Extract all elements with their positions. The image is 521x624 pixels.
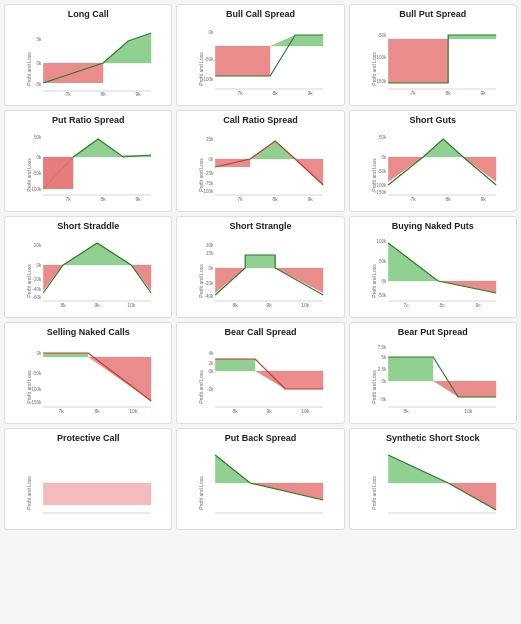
card-bull-put-spread: Bull Put Spread Profit and Loss 7k 8k 9k… xyxy=(349,4,517,106)
card-bear-put-spread: Bear Put Spread Profit and Loss 8k 10k 7… xyxy=(349,322,517,424)
svg-text:-150k: -150k xyxy=(30,400,42,405)
svg-text:0k: 0k xyxy=(209,369,215,374)
card-bull-call-spread: Bull Call Spread Profit and Loss 7k 8k 9… xyxy=(176,4,344,106)
svg-text:0k: 0k xyxy=(36,351,42,356)
svg-text:Profit and Loss: Profit and Loss xyxy=(198,158,204,192)
chart-selling-naked-calls: Profit and Loss 7k 8k 10k 0k -50k -100k … xyxy=(9,339,167,419)
card-call-ratio-spread: Call Ratio Spread Profit and Loss 7k 8k … xyxy=(176,110,344,212)
svg-text:8k: 8k xyxy=(101,196,107,202)
svg-text:7k: 7k xyxy=(410,196,416,202)
svg-text:10k: 10k xyxy=(464,408,473,414)
svg-text:Profit and Loss: Profit and Loss xyxy=(26,264,32,298)
svg-text:7k: 7k xyxy=(59,408,65,414)
card-bear-call-spread: Bear Call Spread Profit and Loss 8k 9k 1… xyxy=(176,322,344,424)
svg-text:-100k: -100k xyxy=(30,387,42,392)
svg-text:9k: 9k xyxy=(308,196,314,202)
svg-text:-50k: -50k xyxy=(32,171,42,176)
chart-long-call: Profit and Loss 7k 8k 9k 5k 0k -5k xyxy=(9,21,167,101)
title-buying-naked-puts: Buying Naked Puts xyxy=(392,221,474,231)
svg-marker-14 xyxy=(215,46,270,76)
svg-text:2k: 2k xyxy=(209,361,215,366)
title-selling-naked-calls: Selling Naked Calls xyxy=(47,327,130,337)
svg-text:8k: 8k xyxy=(445,90,451,96)
svg-text:-50k: -50k xyxy=(377,293,387,298)
svg-text:9k: 9k xyxy=(480,90,486,96)
svg-text:7k: 7k xyxy=(66,91,72,97)
card-long-call: Long Call Profit and Loss 7k 8k 9k 5k xyxy=(4,4,172,106)
svg-text:4k: 4k xyxy=(209,351,215,356)
chart-synthetic-short-stock: Profit and Loss xyxy=(354,445,512,525)
svg-text:Profit and Loss: Profit and Loss xyxy=(198,264,204,298)
title-put-ratio-spread: Put Ratio Spread xyxy=(52,115,125,125)
svg-text:0k: 0k xyxy=(36,155,42,160)
svg-text:8k: 8k xyxy=(445,196,451,202)
svg-text:10k: 10k xyxy=(301,408,310,414)
svg-marker-25 xyxy=(388,39,448,83)
svg-text:-40k: -40k xyxy=(32,287,42,292)
svg-text:8k: 8k xyxy=(95,408,101,414)
svg-text:50k: 50k xyxy=(379,135,387,140)
title-protective-call: Protective Call xyxy=(57,433,120,443)
svg-text:-150k: -150k xyxy=(375,79,387,84)
svg-marker-145 xyxy=(433,381,496,397)
chart-short-straddle: Profit and Loss 8k 9k 10k 20k 0k -20k -4… xyxy=(9,233,167,313)
svg-text:-50k: -50k xyxy=(377,33,387,38)
svg-marker-51 xyxy=(250,141,295,159)
chart-buying-naked-puts: Profit and Loss 7c 8c 9c 100k 50k 0k -50… xyxy=(354,233,512,313)
svg-text:Profit and Loss: Profit and Loss xyxy=(371,264,377,298)
chart-short-guts: Profit and Loss 7k 8k 9k 50k 0k -50k -10… xyxy=(354,127,512,207)
svg-text:-5k: -5k xyxy=(380,397,387,402)
svg-text:8k: 8k xyxy=(61,302,67,308)
chart-grid: Long Call Profit and Loss 7k 8k 9k 5k xyxy=(0,0,521,534)
svg-text:2.5k: 2.5k xyxy=(377,367,386,372)
card-short-guts: Short Guts Profit and Loss 7k 8k 9k 50k … xyxy=(349,110,517,212)
title-long-call: Long Call xyxy=(68,9,109,19)
svg-text:9k: 9k xyxy=(136,91,142,97)
chart-bull-call-spread: Profit and Loss 7k 8k 9k 0k -50k -100k xyxy=(181,21,339,101)
svg-marker-118 xyxy=(43,353,88,357)
svg-text:9k: 9k xyxy=(308,90,314,96)
chart-bear-call-spread: Profit and Loss 8k 9k 10k 4k 2k 0k -2k xyxy=(181,339,339,419)
card-short-strangle: Short Strangle Profit and Loss 8k 9k 10k… xyxy=(176,216,344,318)
svg-text:Profit and Loss: Profit and Loss xyxy=(198,476,204,510)
svg-text:Profit and Loss: Profit and Loss xyxy=(26,476,32,510)
svg-text:0k: 0k xyxy=(381,379,387,384)
svg-text:8k: 8k xyxy=(101,91,107,97)
svg-text:-40k: -40k xyxy=(205,294,215,299)
svg-marker-78 xyxy=(63,243,131,265)
svg-text:Profit and Loss: Profit and Loss xyxy=(26,52,32,86)
svg-text:7k: 7k xyxy=(238,196,244,202)
svg-text:-2k: -2k xyxy=(207,387,214,392)
svg-text:10k: 10k xyxy=(301,302,310,308)
svg-marker-92 xyxy=(245,255,275,268)
svg-text:-75k: -75k xyxy=(205,181,215,186)
svg-text:8k: 8k xyxy=(233,302,239,308)
svg-text:-5k: -5k xyxy=(35,82,42,87)
svg-text:-100k: -100k xyxy=(375,183,387,188)
card-buying-naked-puts: Buying Naked Puts Profit and Loss 7c 8c … xyxy=(349,216,517,318)
svg-text:0k: 0k xyxy=(209,30,215,35)
svg-text:7k: 7k xyxy=(66,196,72,202)
svg-text:-100k: -100k xyxy=(30,187,42,192)
title-call-ratio-spread: Call Ratio Spread xyxy=(223,115,298,125)
card-selling-naked-calls: Selling Naked Calls Profit and Loss 7k 8… xyxy=(4,322,172,424)
svg-text:-100k: -100k xyxy=(202,189,214,194)
svg-marker-64 xyxy=(423,139,463,157)
svg-text:-50k: -50k xyxy=(205,57,215,62)
chart-put-ratio-spread: Profit and Loss 7k 8k 9k 50k 0k -50 xyxy=(9,127,167,207)
svg-text:-20k: -20k xyxy=(205,281,215,286)
svg-text:20k: 20k xyxy=(34,243,42,248)
chart-put-back-spread: Profit and Loss xyxy=(181,445,339,525)
title-bull-put-spread: Bull Put Spread xyxy=(399,9,466,19)
svg-text:Profit and Loss: Profit and Loss xyxy=(371,370,377,404)
title-short-strangle: Short Strangle xyxy=(229,221,291,231)
svg-text:Profit and Loss: Profit and Loss xyxy=(371,476,377,510)
svg-text:50k: 50k xyxy=(34,135,42,140)
svg-text:-50k: -50k xyxy=(377,169,387,174)
svg-text:0k: 0k xyxy=(36,263,42,268)
svg-text:-60k: -60k xyxy=(32,295,42,300)
card-protective-call: Protective Call Profit and Loss xyxy=(4,428,172,530)
svg-text:8k: 8k xyxy=(233,408,239,414)
chart-call-ratio-spread: Profit and Loss 7k 8k 9k 25k 0k -25k -75… xyxy=(181,127,339,207)
svg-text:5k: 5k xyxy=(36,37,42,42)
